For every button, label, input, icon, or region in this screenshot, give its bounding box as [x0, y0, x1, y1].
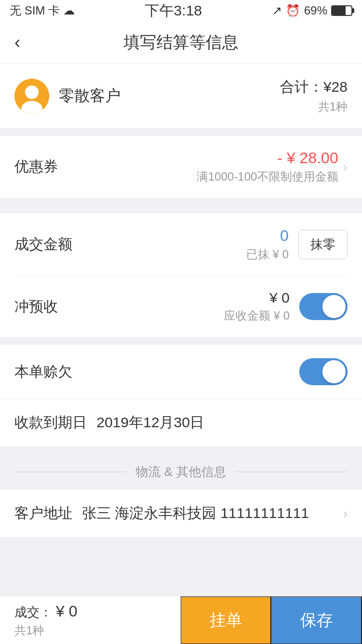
logistics-line-left	[14, 472, 126, 472]
battery-percent: 69%	[304, 4, 327, 17]
status-right: ↗ ⏰ 69%	[272, 4, 352, 17]
coupon-label: 优惠券	[14, 157, 58, 177]
status-time: 下午3:18	[145, 1, 202, 21]
bottom-bar: 成交： ¥ 0 共1种 挂单 保存	[0, 596, 362, 644]
customer-name: 零散客户	[59, 85, 121, 107]
address-chevron-icon: ›	[343, 506, 348, 521]
chevron-right-icon: ›	[343, 159, 348, 175]
credit-toggle[interactable]	[299, 358, 348, 385]
deal-section: 成交金额 0 已抹 ¥ 0 抹零 冲预收 ¥ 0 应收金额 ¥ 0	[0, 213, 362, 337]
bottom-deal-amount: ¥ 0	[56, 602, 77, 620]
deal-amount-row: 成交金额 0 已抹 ¥ 0 抹零	[14, 213, 348, 276]
address-section[interactable]: 客户地址 张三 海淀永丰科技园 11111111111 ›	[0, 490, 362, 537]
back-button[interactable]: ‹	[14, 32, 20, 53]
save-button[interactable]: 保存	[271, 596, 362, 644]
section-separator-2	[0, 337, 362, 345]
prereceipt-label: 冲预收	[14, 297, 58, 317]
total-count: 共1种	[280, 99, 348, 114]
credit-label: 本单赊欠	[14, 362, 72, 382]
coupon-discount: - ¥ 28.00	[196, 149, 338, 167]
customer-row: 零散客户 合计：¥28 共1种	[0, 64, 362, 128]
deal-amount-label: 成交金额	[14, 235, 72, 254]
bottom-count: 共1种	[14, 623, 166, 638]
total-amount: 合计：¥28	[280, 77, 348, 97]
due-date-row: 收款到期日 2019年12月30日	[14, 413, 348, 433]
section-separator-1	[0, 206, 362, 213]
coupon-info: - ¥ 28.00 满1000-100不限制使用金额	[196, 149, 338, 184]
due-date-label: 收款到期日	[14, 413, 87, 433]
credit-section: 本单赊欠	[0, 345, 362, 399]
customer-left: 零散客户	[14, 79, 121, 113]
bottom-deal-row: 成交： ¥ 0	[14, 602, 166, 621]
location-icon: ↗	[272, 4, 282, 17]
avatar-icon	[14, 79, 49, 113]
coupon-section[interactable]: 优惠券 - ¥ 28.00 满1000-100不限制使用金额 ›	[0, 136, 362, 198]
logistics-section-header: 物流 & 其他信息	[0, 454, 362, 490]
deal-amount-value: 0	[246, 227, 289, 245]
prereceipt-row: 冲预收 ¥ 0 应收金额 ¥ 0	[14, 276, 348, 337]
customer-section: 零散客户 合计：¥28 共1种	[0, 64, 362, 128]
coupon-desc: 满1000-100不限制使用金额	[196, 169, 338, 184]
credit-toggle-knob	[322, 360, 346, 383]
customer-total: 合计：¥28 共1种	[280, 77, 348, 114]
address-value: 张三 海淀永丰科技园 11111111111	[82, 504, 343, 523]
prereceipt-amount: ¥ 0	[224, 290, 290, 306]
bottom-deal-label: 成交：	[14, 605, 52, 619]
bottom-left: 成交： ¥ 0 共1种	[0, 602, 181, 638]
prereceipt-amount-area: ¥ 0 应收金额 ¥ 0	[224, 290, 290, 323]
prereceipt-sub: 应收金额 ¥ 0	[224, 308, 290, 323]
sim-status: 无 SIM 卡 ☁	[10, 3, 75, 18]
deal-amount-area: 0 已抹 ¥ 0	[246, 227, 289, 262]
deal-amount-sub: 已抹 ¥ 0	[246, 247, 289, 262]
status-left: 无 SIM 卡 ☁	[10, 3, 75, 18]
prereceipt-toggle[interactable]	[299, 293, 348, 320]
coupon-right[interactable]: - ¥ 28.00 满1000-100不限制使用金额 ›	[196, 149, 348, 184]
alarm-icon: ⏰	[286, 4, 300, 17]
avatar	[14, 79, 49, 113]
due-date-value: 2019年12月30日	[97, 413, 204, 433]
toggle-knob	[322, 295, 346, 318]
logistics-label: 物流 & 其他信息	[126, 463, 236, 480]
deal-amount-right: 0 已抹 ¥ 0 抹零	[246, 227, 348, 262]
prereceipt-right: ¥ 0 应收金额 ¥ 0	[224, 290, 348, 323]
page-title: 填写结算等信息	[124, 31, 238, 54]
battery-icon	[331, 5, 352, 16]
coupon-row[interactable]: 优惠券 - ¥ 28.00 满1000-100不限制使用金额 ›	[0, 136, 362, 198]
round-button[interactable]: 抹零	[298, 230, 348, 259]
due-date-section: 收款到期日 2019年12月30日	[0, 399, 362, 446]
svg-point-1	[25, 85, 39, 99]
hold-button[interactable]: 挂单	[181, 596, 271, 644]
nav-bar: ‹ 填写结算等信息	[0, 21, 362, 64]
status-bar: 无 SIM 卡 ☁ 下午3:18 ↗ ⏰ 69%	[0, 0, 362, 21]
logistics-line-right	[236, 472, 348, 472]
address-label: 客户地址	[14, 504, 72, 523]
section-separator-3	[0, 446, 362, 454]
